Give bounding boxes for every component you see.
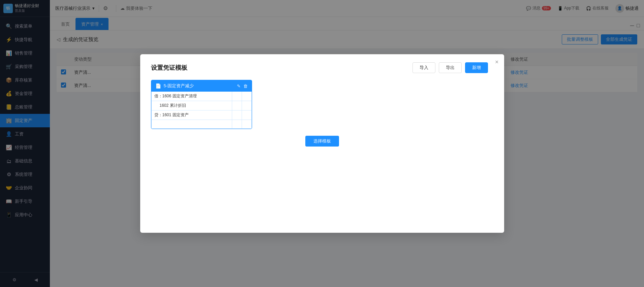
template-row: 1602 累计折旧 bbox=[151, 101, 251, 110]
template-cell-col2 bbox=[232, 120, 242, 129]
export-button[interactable]: 导出 bbox=[439, 62, 462, 73]
template-card-title: 5-固定资产减少 bbox=[164, 83, 234, 89]
template-cell-col2 bbox=[232, 101, 242, 110]
import-button[interactable]: 导入 bbox=[412, 62, 435, 73]
template-card-header: 📄 5-固定资产减少 ✎ 🗑 bbox=[151, 80, 252, 92]
template-table: 借：1606 固定资产清理 1602 累计折旧 贷：1601 固定资产 bbox=[151, 92, 252, 129]
template-delete-icon[interactable]: 🗑 bbox=[243, 84, 248, 89]
voucher-template-modal: 设置凭证模板 × 导入 导出 新增 📄 5-固定资产减少 ✎ 🗑 借：1606 … bbox=[140, 54, 504, 233]
choose-template-button[interactable]: 选择模板 bbox=[305, 136, 339, 147]
template-card-actions: ✎ 🗑 bbox=[237, 84, 248, 89]
modal-toolbar: 导入 导出 新增 bbox=[412, 62, 488, 73]
template-cell-col2 bbox=[232, 92, 242, 101]
template-edit-icon[interactable]: ✎ bbox=[237, 84, 241, 89]
template-cell-col2 bbox=[232, 110, 242, 120]
template-cell-label: 1602 累计折旧 bbox=[151, 101, 232, 110]
template-row: 借：1606 固定资产清理 bbox=[151, 92, 251, 101]
template-row bbox=[151, 120, 251, 129]
modal-overlay: 设置凭证模板 × 导入 导出 新增 📄 5-固定资产减少 ✎ 🗑 借：1606 … bbox=[0, 0, 644, 287]
modal-close-button[interactable]: × bbox=[495, 59, 499, 65]
template-cell-col3 bbox=[242, 120, 251, 129]
template-cell-col3 bbox=[242, 101, 251, 110]
template-cell-col3 bbox=[242, 92, 251, 101]
template-cell-empty bbox=[151, 120, 232, 129]
template-cell-label: 贷：1601 固定资产 bbox=[151, 110, 232, 120]
template-card: 📄 5-固定资产减少 ✎ 🗑 借：1606 固定资产清理 1602 累计折旧 bbox=[151, 80, 252, 129]
template-cell-col3 bbox=[242, 110, 251, 120]
template-cell-label: 借：1606 固定资产清理 bbox=[151, 92, 232, 101]
template-doc-icon: 📄 bbox=[155, 83, 161, 89]
template-row: 贷：1601 固定资产 bbox=[151, 110, 251, 120]
new-template-button[interactable]: 新增 bbox=[465, 62, 488, 73]
